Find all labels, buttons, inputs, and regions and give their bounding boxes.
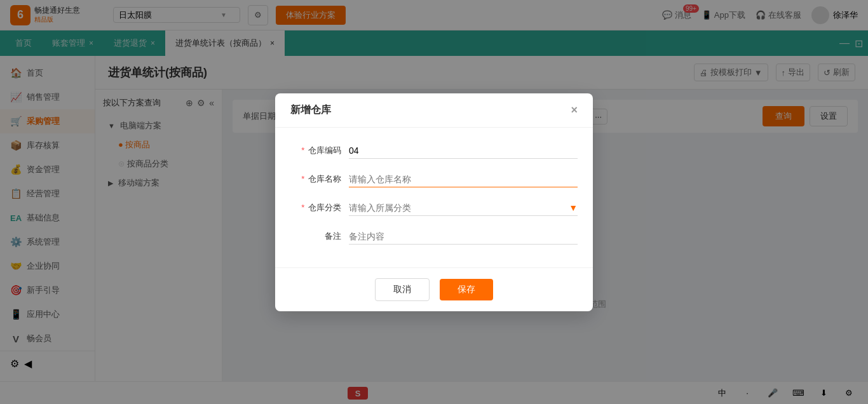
dialog-footer: 取消 保存 bbox=[275, 267, 593, 311]
warehouse-category-label: * 仓库分类 bbox=[290, 202, 341, 213]
dialog-title: 新增仓库 bbox=[290, 104, 331, 117]
dialog-overlay: 新增仓库 × * 仓库编码 * 仓库名称 bbox=[0, 0, 868, 404]
warehouse-category-select[interactable]: ▼ bbox=[349, 200, 578, 216]
dialog-body: * 仓库编码 * 仓库名称 * 仓库分类 bbox=[275, 128, 593, 267]
warehouse-name-label: * 仓库名称 bbox=[290, 173, 341, 185]
required-star-category: * bbox=[301, 203, 304, 212]
category-input[interactable] bbox=[349, 203, 569, 213]
dialog-header: 新增仓库 × bbox=[275, 93, 593, 128]
warehouse-remark-input[interactable] bbox=[349, 229, 578, 245]
warehouse-remark-row: 备注 bbox=[290, 229, 578, 245]
dialog-close-button[interactable]: × bbox=[571, 104, 578, 117]
warehouse-category-row: * 仓库分类 ▼ bbox=[290, 200, 578, 216]
warehouse-code-label: * 仓库编码 bbox=[290, 145, 341, 156]
category-dropdown-icon: ▼ bbox=[569, 203, 578, 213]
warehouse-name-row: * 仓库名称 bbox=[290, 172, 578, 187]
required-star-code: * bbox=[301, 145, 304, 155]
save-button[interactable]: 保存 bbox=[440, 279, 493, 300]
cancel-button[interactable]: 取消 bbox=[375, 278, 430, 301]
warehouse-code-row: * 仓库编码 bbox=[290, 143, 578, 159]
warehouse-name-input[interactable] bbox=[349, 172, 578, 187]
warehouse-code-input[interactable] bbox=[349, 143, 578, 159]
required-star-name: * bbox=[301, 174, 304, 184]
warehouse-remark-label: 备注 bbox=[290, 231, 341, 242]
add-warehouse-dialog: 新增仓库 × * 仓库编码 * 仓库名称 bbox=[275, 93, 593, 311]
